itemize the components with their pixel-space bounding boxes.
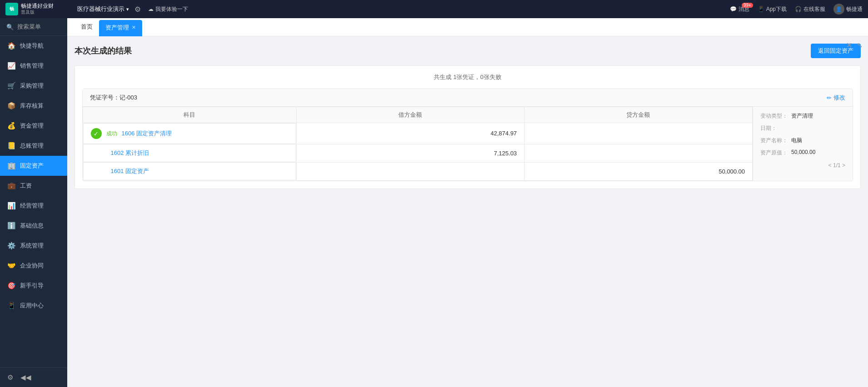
logo-abbr: 畅 — [10, 6, 14, 12]
main-layout: 🔍 搜索菜单 🏠 快捷导航 📈 销售管理 🛒 采购管理 📦 库存核算 💰 资金管… — [0, 18, 868, 387]
chevron-down-icon: ▾ — [126, 6, 129, 12]
edit-icon: ✏ — [827, 94, 832, 101]
company-selector[interactable]: 医疗器械行业演示 ▾ — [77, 5, 129, 13]
sidebar-item-fixed-assets[interactable]: 🏢 固定资产 — [0, 156, 67, 176]
user-name: 畅捷通 — [846, 5, 863, 13]
sidebar-label: 采购管理 — [20, 82, 44, 90]
sidebar-label: 快捷导航 — [20, 42, 44, 50]
sidebar-item-ledger[interactable]: 📒 总账管理 — [0, 136, 67, 156]
asset-name-label: 资产名称： — [760, 137, 788, 144]
header-center: 医疗器械行业演示 ▾ ⚙ ☁ 我要体验一下 — [73, 5, 730, 14]
row1-name: 固定资产清理 — [136, 130, 172, 137]
voucher-header: 凭证字号：记-003 ✏ 修改 — [83, 89, 853, 107]
funds-icon: 💰 — [7, 122, 15, 130]
top-header: 畅 畅捷通好业财 普及版 医疗器械行业演示 ▾ ⚙ ☁ 我要体验一下 💬 消息 … — [0, 0, 868, 18]
pagination-text: 1/1 — [833, 162, 842, 169]
original-value-row: 资产原值： 50,000.00 — [760, 149, 845, 157]
sidebar-search[interactable]: 🔍 搜索菜单 — [0, 18, 67, 36]
success-icon: ✓ — [91, 128, 102, 139]
logo-text: 畅捷通好业财 — [21, 3, 54, 9]
row1-debit: 42,874.97 — [296, 123, 524, 144]
original-value-label: 资产原值： — [760, 149, 788, 157]
sidebar-item-payroll[interactable]: 💼 工资 — [0, 176, 67, 196]
sidebar-item-sales[interactable]: 📈 销售管理 — [0, 56, 67, 76]
sidebar-label: 库存核算 — [20, 102, 44, 110]
col-credit: 贷方金额 — [524, 107, 752, 123]
app-center-icon: 📱 — [7, 302, 15, 310]
next-icon[interactable]: > — [842, 162, 845, 169]
close-panel-icon[interactable]: ✕ — [846, 41, 852, 50]
ledger-icon: 📒 — [7, 142, 15, 150]
sidebar-label: 总账管理 — [20, 142, 44, 150]
experience-label: 我要体验一下 — [155, 5, 188, 13]
phone-icon: 📱 — [758, 6, 764, 12]
row2-subject-link[interactable]: 1602 累计折旧 — [111, 149, 149, 157]
logo-area: 畅 畅捷通好业财 普及版 — [5, 3, 73, 15]
sidebar-item-inventory[interactable]: 📦 库存核算 — [0, 96, 67, 116]
row3-subject-link[interactable]: 1601 固定资产 — [111, 167, 149, 175]
sidebar-item-basic-info[interactable]: ℹ️ 基础信息 — [0, 216, 67, 236]
original-value-value: 50,000.00 — [791, 149, 815, 157]
sidebar-item-system[interactable]: ⚙️ 系统管理 — [0, 236, 67, 256]
sidebar-item-funds[interactable]: 💰 资金管理 — [0, 116, 67, 136]
asset-name-row: 资产名称： 电脑 — [760, 137, 845, 144]
tab-asset-mgmt[interactable]: 资产管理 ✕ — [99, 20, 142, 36]
logo-text-block: 畅捷通好业财 普及版 — [21, 3, 54, 15]
asset-name-value: 电脑 — [791, 137, 802, 144]
result-card: 共生成 1张凭证，0张失败 凭证字号：记-003 ✏ 修改 — [74, 65, 861, 189]
avatar: 👤 — [833, 4, 844, 15]
sidebar-label: 企业协同 — [20, 262, 44, 270]
row1-subject-link[interactable]: 1606 固定资产清理 — [122, 129, 172, 138]
row2-name: 累计折旧 — [125, 149, 149, 156]
settings-icon[interactable]: ⚙ — [134, 5, 141, 14]
messages-badge: 99+ — [742, 3, 753, 8]
app-download-button[interactable]: 📱 App下载 — [758, 5, 787, 13]
sidebar-item-guide[interactable]: 🎯 新手引导 — [0, 276, 67, 296]
purchase-icon: 🛒 — [7, 82, 15, 90]
voucher-number: 凭证字号：记-003 — [90, 94, 137, 102]
user-menu[interactable]: 👤 畅捷通 — [833, 4, 863, 15]
tab-asset-mgmt-label: 资产管理 — [105, 24, 129, 32]
sidebar-item-app-center[interactable]: 📱 应用中心 — [0, 296, 67, 316]
col-debit: 借方金额 — [296, 107, 524, 123]
date-label: 日期： — [760, 124, 777, 132]
page-title-bar: 本次生成的结果 返回固定资产 — [74, 44, 861, 58]
prev-icon[interactable]: < — [828, 162, 832, 169]
sidebar-item-purchase[interactable]: 🛒 采购管理 — [0, 76, 67, 96]
sidebar-item-enterprise[interactable]: 🤝 企业协同 — [0, 256, 67, 276]
expand-panel-icon[interactable]: ⤡ — [857, 41, 863, 50]
tab-home[interactable]: 首页 — [74, 18, 99, 36]
tab-close-icon[interactable]: ✕ — [132, 25, 136, 30]
experience-button[interactable]: ☁ 我要体验一下 — [148, 5, 188, 13]
page-content: ✕ ⤡ 本次生成的结果 返回固定资产 共生成 1张凭证，0张失败 凭证字号：记-… — [67, 36, 868, 387]
search-icon: 🔍 — [6, 24, 14, 30]
logo-icon: 畅 — [5, 3, 18, 15]
header-right: 💬 消息 99+ 📱 App下载 🎧 在线客服 👤 畅捷通 — [730, 4, 863, 15]
sales-icon: 📈 — [7, 62, 15, 70]
row3-code: 1601 — [111, 168, 126, 174]
sidebar: 🔍 搜索菜单 🏠 快捷导航 📈 销售管理 🛒 采购管理 📦 库存核算 💰 资金管… — [0, 18, 67, 387]
table-header-row: 科目 借方金额 贷方金额 — [83, 107, 753, 123]
sidebar-search-label: 搜索菜单 — [17, 23, 41, 31]
online-service-button[interactable]: 🎧 在线客服 — [795, 5, 825, 13]
message-icon: 💬 — [730, 6, 737, 12]
edit-button[interactable]: ✏ 修改 — [827, 94, 845, 102]
row1-subject: ✓ 成功 1606 固定资产清理 — [83, 123, 296, 144]
sidebar-label: 固定资产 — [20, 162, 44, 170]
collapse-icon[interactable]: ◀◀ — [20, 373, 31, 382]
col-subject: 科目 — [83, 107, 297, 123]
sidebar-item-quick-nav[interactable]: 🏠 快捷导航 — [0, 36, 67, 56]
tab-home-label: 首页 — [81, 23, 93, 31]
sidebar-label: 系统管理 — [20, 242, 44, 250]
inventory-icon: 📦 — [7, 102, 15, 110]
sidebar-item-business[interactable]: 📊 经营管理 — [0, 196, 67, 216]
sidebar-label: 新手引导 — [20, 282, 44, 290]
online-service-label: 在线客服 — [804, 5, 825, 13]
messages-button[interactable]: 💬 消息 99+ — [730, 5, 749, 13]
edit-label: 修改 — [833, 94, 845, 102]
side-pagination[interactable]: < 1/1 > — [760, 162, 845, 169]
change-type-value: 资产清理 — [791, 112, 813, 120]
settings-footer-icon[interactable]: ⚙ — [7, 373, 13, 382]
tabs-bar: 首页 资产管理 ✕ — [67, 18, 868, 36]
building-icon: 🏢 — [7, 162, 15, 170]
